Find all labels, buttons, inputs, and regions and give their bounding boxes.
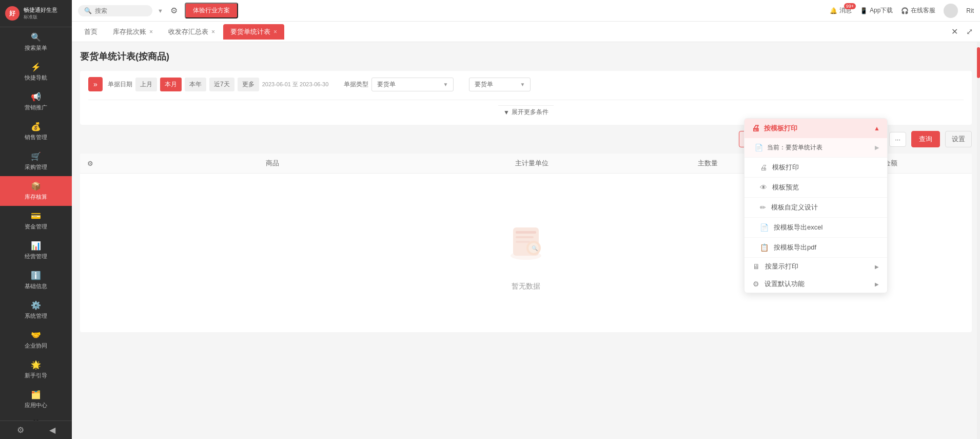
search-input[interactable] bbox=[95, 7, 146, 14]
sidebar-item-purchase[interactable]: 🛒 采购管理 bbox=[0, 146, 72, 176]
logo-icon: 好 bbox=[5, 6, 19, 21]
eye-icon: 👁 bbox=[760, 183, 767, 192]
sidebar-item-marketing[interactable]: 📢 营销推广 bbox=[0, 87, 72, 117]
dropdown-section-display-print[interactable]: 🖥 按显示打印 ▶ bbox=[744, 258, 887, 275]
app-logo: 好 畅捷通好生意 标准版 bbox=[0, 0, 72, 27]
more-button[interactable]: ··· bbox=[889, 132, 906, 147]
topbar-gear-icon[interactable]: ⚙ bbox=[170, 6, 178, 15]
svg-rect-2 bbox=[516, 231, 536, 234]
display-print-arrow-icon: ▶ bbox=[875, 264, 879, 270]
app-name: 畅捷通好生意 bbox=[24, 6, 57, 13]
tab-order-stats[interactable]: 要货单统计表 × bbox=[223, 24, 284, 40]
expand-more-row: ▼ 展开更多条件 bbox=[88, 100, 964, 119]
gear-icon: ⚙️ bbox=[31, 300, 41, 310]
yh-label: 要货单 bbox=[475, 80, 493, 89]
empty-illustration: 🔍 bbox=[500, 215, 552, 276]
search-magnifier-icon: 🔍 bbox=[84, 7, 92, 14]
handshake-icon: 🤝 bbox=[31, 330, 41, 340]
date-btn-7days[interactable]: 近7天 bbox=[209, 78, 234, 91]
sidebar-item-label: 销售管理 bbox=[25, 133, 47, 141]
sidebar-item-label: 系统管理 bbox=[25, 312, 47, 320]
print-dropdown-panel: 🖨 按模板打印 ▲ 📄 当前：要货单统计表 ▶ 🖨 模板打印 👁 模板预览 bbox=[744, 118, 888, 293]
settings-button[interactable]: 设置 bbox=[945, 131, 972, 147]
svg-rect-4 bbox=[516, 241, 530, 243]
topbar-dropdown-icon[interactable]: ▼ bbox=[158, 8, 163, 14]
filter-expand-icon[interactable]: » bbox=[88, 77, 103, 91]
tab-receipt-summary[interactable]: 收发存汇总表 × bbox=[161, 24, 222, 40]
set-default-arrow-icon: ▶ bbox=[875, 281, 879, 287]
current-template-arrow: ▶ bbox=[875, 144, 879, 151]
dropdown-section-set-default[interactable]: ⚙ 设置默认功能 ▶ bbox=[744, 275, 887, 293]
sidebar-item-label: 新手引导 bbox=[25, 372, 47, 379]
sidebar-item-inventory[interactable]: 📦 库存核算 bbox=[0, 176, 72, 206]
sidebar-item-sales[interactable]: 💰 销售管理 bbox=[0, 117, 72, 146]
sidebar-item-apps[interactable]: 🗂️ 应用中心 bbox=[0, 385, 72, 414]
sidebar-item-quick[interactable]: ⚡ 快捷导航 bbox=[0, 57, 72, 87]
topbar-actions: 🔔 消息 99+ 📱 App下载 🎧 在线客服 Rit bbox=[830, 4, 974, 18]
sidebar-item-wechat[interactable]: 💬 企业微信 bbox=[0, 414, 72, 421]
box-icon: 📦 bbox=[31, 181, 41, 191]
dropdown-item-template-preview[interactable]: 👁 模板预览 bbox=[744, 178, 887, 198]
sidebar-item-operation[interactable]: 📊 经营管理 bbox=[0, 236, 72, 265]
sidebar-item-label: 基础信息 bbox=[25, 282, 47, 290]
sidebar: 好 畅捷通好生意 标准版 🔍 搜索菜单 ⚡ 快捷导航 📢 营销推广 💰 销售管理… bbox=[0, 0, 72, 439]
sidebar-item-label: 库存核算 bbox=[25, 193, 47, 201]
tab-inventory-batch[interactable]: 库存批次账 × bbox=[106, 24, 160, 40]
dropdown-title: 按模板打印 bbox=[764, 124, 797, 133]
avatar[interactable] bbox=[944, 4, 958, 18]
sidebar-item-label: 应用中心 bbox=[25, 402, 47, 409]
dropdown-item-template-custom[interactable]: ✏ 模板自定义设计 bbox=[744, 198, 887, 218]
yh-select[interactable]: 要货单 ▼ bbox=[469, 78, 531, 91]
settings-bottom-icon[interactable]: ⚙ bbox=[17, 425, 24, 435]
messages-button[interactable]: 🔔 消息 99+ bbox=[830, 6, 852, 15]
online-service-label: 在线客服 bbox=[911, 6, 935, 15]
sidebar-item-label: 采购管理 bbox=[25, 163, 47, 171]
dropdown-item-template-print[interactable]: 🖨 模板打印 bbox=[744, 158, 887, 178]
more-dots-icon: ··· bbox=[895, 136, 900, 143]
date-btn-this-year[interactable]: 本年 bbox=[185, 78, 206, 91]
trial-button[interactable]: 体验行业方案 bbox=[185, 3, 238, 18]
tab-close-inventory-batch[interactable]: × bbox=[149, 28, 153, 35]
excel-icon: 📄 bbox=[760, 223, 769, 232]
sidebar-item-basic[interactable]: ℹ️ 基础信息 bbox=[0, 265, 72, 295]
dropdown-item-export-excel[interactable]: 📄 按模板导出excel bbox=[744, 218, 887, 238]
close-window-button[interactable]: ✕ bbox=[949, 25, 960, 39]
set-default-wrap: ⚙ 设置默认功能 bbox=[753, 279, 805, 289]
expand-more-button[interactable]: ▼ 展开更多条件 bbox=[498, 105, 554, 119]
empty-svg: 🔍 bbox=[500, 215, 552, 266]
type-select-arrow-icon: ▼ bbox=[443, 82, 448, 87]
money-icon: 💰 bbox=[31, 122, 41, 131]
dropdown-current-template[interactable]: 📄 当前：要货单统计表 ▶ bbox=[744, 138, 887, 158]
dropdown-item-label: 按模板导出excel bbox=[774, 223, 822, 232]
sidebar-item-search[interactable]: 🔍 搜索菜单 bbox=[0, 27, 72, 57]
current-template-wrap: 📄 当前：要货单统计表 bbox=[755, 143, 822, 152]
dropdown-collapse-icon[interactable]: ▲ bbox=[874, 125, 880, 132]
sidebar-item-system[interactable]: ⚙️ 系统管理 bbox=[0, 295, 72, 325]
th-unit: 主计量单位 bbox=[444, 159, 620, 168]
sidebar-nav: 🔍 搜索菜单 ⚡ 快捷导航 📢 营销推广 💰 销售管理 🛒 采购管理 📦 库存核… bbox=[0, 27, 72, 421]
tab-home[interactable]: 首页 bbox=[77, 24, 105, 40]
topbar-search-box[interactable]: 🔍 bbox=[78, 5, 152, 16]
sidebar-bottom: ⚙ ◀ bbox=[0, 421, 72, 439]
date-btn-more[interactable]: 更多 bbox=[238, 78, 259, 91]
dropdown-item-label: 模板预览 bbox=[772, 183, 799, 192]
tab-close-receipt-summary[interactable]: × bbox=[211, 28, 215, 35]
dropdown-header[interactable]: 🖨 按模板打印 ▲ bbox=[744, 119, 887, 138]
dropdown-item-export-pdf[interactable]: 📋 按模板导出pdf bbox=[744, 238, 887, 258]
date-btn-this-month[interactable]: 本月 bbox=[160, 78, 182, 91]
app-download-button[interactable]: 📱 App下载 bbox=[860, 6, 893, 15]
tab-close-order-stats[interactable]: × bbox=[273, 28, 277, 35]
online-service-button[interactable]: 🎧 在线客服 bbox=[901, 6, 935, 15]
type-select[interactable]: 要货单 ▼ bbox=[371, 78, 454, 91]
bell-icon: 🔔 bbox=[830, 7, 837, 14]
sidebar-item-collab[interactable]: 🤝 企业协同 bbox=[0, 325, 72, 355]
query-button[interactable]: 查询 bbox=[911, 131, 940, 147]
expand-window-button[interactable]: ⤢ bbox=[964, 25, 975, 39]
sidebar-item-finance[interactable]: 💳 资金管理 bbox=[0, 206, 72, 236]
edge-scrollbar[interactable] bbox=[977, 42, 980, 439]
sidebar-item-guide[interactable]: 🌟 新手引导 bbox=[0, 355, 72, 385]
messages-badge: 99+ bbox=[844, 3, 856, 9]
date-btn-last-month[interactable]: 上月 bbox=[135, 78, 157, 91]
collapse-sidebar-icon[interactable]: ◀ bbox=[49, 425, 55, 435]
sidebar-item-label: 企业协同 bbox=[25, 342, 47, 350]
